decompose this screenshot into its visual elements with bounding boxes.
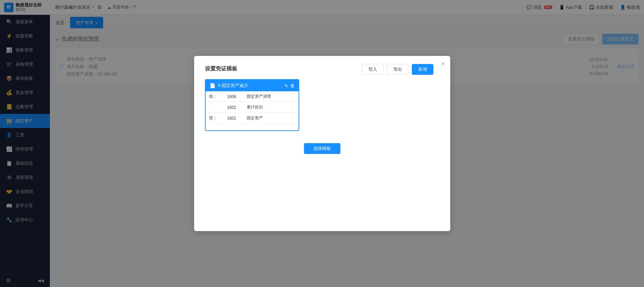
new-button[interactable]: 新增	[412, 64, 433, 75]
entry-debit-2	[282, 113, 290, 124]
template-entry-row-0: 借： 1606 固定资产清理	[206, 91, 299, 102]
entry-code-2: 1601	[224, 113, 243, 124]
template-entry-row-1: 1602 累计折旧	[206, 102, 299, 113]
entry-debit-1	[282, 102, 290, 113]
template-delete-icon[interactable]: 🗑	[290, 83, 295, 88]
entry-code-1: 1602	[224, 102, 243, 113]
entry-credit-0	[290, 91, 299, 102]
template-list: 📄 5-固定资产减少 ✎ 🗑 借： 1606 固定资产清理	[205, 79, 439, 131]
template-name: 5-固定资产减少	[218, 83, 282, 89]
dialog-close-button[interactable]: ×	[441, 61, 445, 67]
select-template-button[interactable]: 选择模板	[304, 143, 340, 154]
entry-type-1	[206, 102, 224, 113]
template-entry-row-2: 贷： 1601 固定资产	[206, 113, 299, 124]
template-entries-table: 借： 1606 固定资产清理 1602 累计折旧	[206, 91, 299, 130]
entry-credit-1	[290, 102, 299, 113]
template-edit-icon[interactable]: ✎	[284, 83, 288, 88]
template-card-0: 📄 5-固定资产减少 ✎ 🗑 借： 1606 固定资产清理	[205, 79, 299, 131]
entry-type-0: 借：	[206, 91, 224, 102]
entry-type-2: 贷：	[206, 113, 224, 124]
template-entry-row-empty	[206, 124, 299, 131]
entry-code-0: 1606	[224, 91, 243, 102]
entry-credit-2	[290, 113, 299, 124]
template-doc-icon: 📄	[210, 83, 215, 88]
export-button[interactable]: 导出	[387, 64, 408, 75]
import-button[interactable]: 导入	[362, 64, 384, 75]
entry-name-0: 固定资产清理	[243, 91, 282, 102]
template-card-body: 借： 1606 固定资产清理 1602 累计折旧	[206, 91, 299, 130]
voucher-template-dialog: × 设置凭证模板 导入 导出 新增 📄 5-固定资产减少 ✎ 🗑	[194, 56, 450, 231]
entry-debit-0	[282, 91, 290, 102]
entry-name-1: 累计折旧	[243, 102, 282, 113]
dialog-overlay: × 设置凭证模板 导入 导出 新增 📄 5-固定资产减少 ✎ 🗑	[0, 0, 644, 287]
template-card-header: 📄 5-固定资产减少 ✎ 🗑	[206, 80, 299, 91]
dialog-toolbar: 导入 导出 新增	[362, 64, 433, 75]
template-card-actions: ✎ 🗑	[284, 83, 295, 88]
entry-name-2: 固定资产	[243, 113, 282, 124]
